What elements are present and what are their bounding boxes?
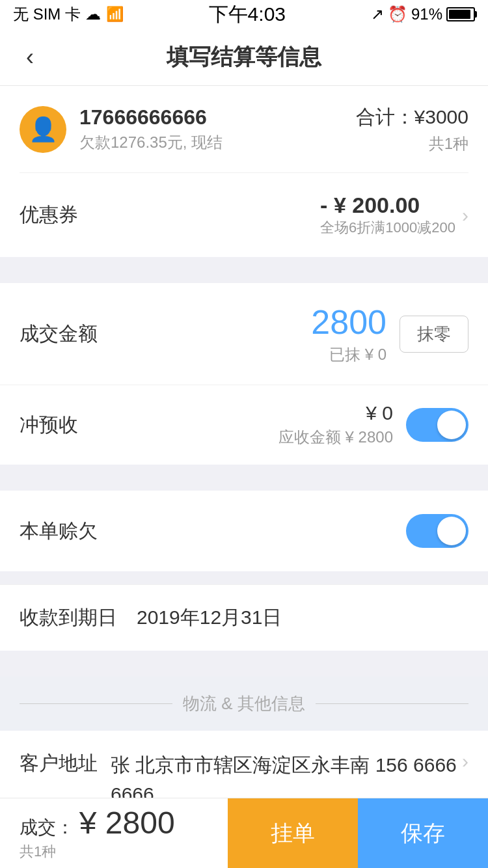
customer-phone: 17666666666 (79, 105, 223, 129)
total-count: 共1种 (356, 133, 468, 154)
avatar: 👤 (20, 106, 66, 153)
wifi-icon: 📶 (106, 6, 124, 23)
coupon-row[interactable]: 优惠券 - ¥ 200.00 全场6折满1000减200 › (0, 173, 488, 257)
alarm-icon: ⏰ (388, 5, 407, 23)
customer-subtext: 欠款1276.35元, 现结 (79, 132, 223, 153)
section-gap-1 (0, 270, 488, 283)
location-icon: ↗ (371, 5, 384, 23)
bottom-summary-line1: 成交： ¥ 2800 (20, 805, 208, 841)
pending-button[interactable]: 挂单 (228, 798, 358, 869)
coupon-desc: 全场6折满1000减200 (320, 218, 455, 237)
bottom-total-amount: ¥ 2800 (79, 806, 175, 840)
credit-card: 本单赊欠 (0, 491, 488, 571)
customer-right: 合计：¥3000 共1种 (356, 104, 468, 154)
chevron-right-icon: › (462, 204, 468, 226)
address-label: 客户地址 (20, 750, 98, 777)
due-date-label: 收款到期日 (20, 604, 117, 631)
deal-right: 2800 已抹 ¥ 0 抹零 (311, 303, 468, 365)
due-date-value: 2019年12月31日 (137, 604, 282, 631)
coupon-right: - ¥ 200.00 全场6折满1000减200 › (320, 193, 468, 237)
total-amount: 合计：¥3000 (356, 104, 468, 131)
bottom-bar: 成交： ¥ 2800 共1种 挂单 保存 (0, 798, 488, 868)
customer-card: 👤 17666666666 欠款1276.35元, 现结 合计：¥3000 共1… (0, 86, 488, 257)
header: ‹ 填写结算等信息 (0, 29, 488, 86)
prepaid-toggle[interactable] (406, 408, 468, 442)
bottom-count: 共1种 (20, 842, 208, 861)
due-date-card: 收款到期日 2019年12月31日 (0, 585, 488, 651)
toggle-circle (437, 411, 466, 439)
credit-toggle-circle (437, 517, 466, 545)
page-title: 填写结算等信息 (167, 42, 321, 72)
prepaid-amount: ¥ 0 (366, 402, 393, 424)
section-gap-3 (0, 664, 488, 677)
avatar-icon: 👤 (29, 116, 58, 143)
credit-label: 本单赊欠 (20, 518, 98, 545)
line-left (20, 703, 172, 704)
prepaid-sub: 应收金额 ¥ 2800 (278, 427, 393, 448)
line-right (316, 703, 468, 704)
round-button[interactable]: 抹零 (400, 316, 468, 353)
bottom-total-label: 成交： (20, 817, 74, 837)
status-time: 下午4:03 (209, 1, 286, 28)
battery-icon (446, 7, 475, 21)
deal-label: 成交金额 (20, 321, 98, 347)
bottom-summary: 成交： ¥ 2800 共1种 (0, 805, 228, 861)
status-left: 无 SIM 卡 ☁ 📶 (13, 4, 124, 25)
credit-row: 本单赊欠 (0, 491, 488, 571)
prepaid-row: 冲预收 ¥ 0 应收金额 ¥ 2800 (0, 385, 488, 465)
status-bar: 无 SIM 卡 ☁ 📶 下午4:03 ↗ ⏰ 91% (0, 0, 488, 29)
back-button[interactable]: ‹ (20, 37, 40, 77)
logistics-label: 物流 & 其他信息 (183, 692, 305, 715)
coupon-label: 优惠券 (20, 202, 78, 228)
address-chevron-icon: › (462, 750, 468, 772)
save-button[interactable]: 保存 (358, 798, 488, 869)
logistics-section: 物流 & 其他信息 (0, 677, 488, 731)
section-gap-2 (0, 478, 488, 491)
prepaid-label: 冲预收 (20, 412, 78, 439)
content-area: 👤 17666666666 欠款1276.35元, 现结 合计：¥3000 共1… (0, 86, 488, 868)
battery-percent: 91% (411, 5, 442, 23)
due-date-row: 收款到期日 2019年12月31日 (0, 585, 488, 651)
deal-row: 成交金额 2800 已抹 ¥ 0 抹零 (0, 283, 488, 385)
credit-toggle[interactable] (406, 514, 468, 548)
sim-label: 无 SIM 卡 ☁ (13, 4, 101, 25)
customer-row: 👤 17666666666 欠款1276.35元, 现结 合计：¥3000 共1… (0, 86, 488, 172)
deal-value: 2800 (311, 303, 386, 342)
customer-left: 👤 17666666666 欠款1276.35元, 现结 (20, 105, 223, 153)
prepaid-right: ¥ 0 应收金额 ¥ 2800 (278, 402, 393, 448)
deal-card: 成交金额 2800 已抹 ¥ 0 抹零 冲预收 ¥ 0 应收金额 ¥ 2800 (0, 283, 488, 465)
customer-info: 17666666666 欠款1276.35元, 现结 (79, 105, 223, 153)
deal-sub: 已抹 ¥ 0 (311, 344, 386, 365)
coupon-amount: - ¥ 200.00 (320, 193, 455, 218)
status-right: ↗ ⏰ 91% (371, 5, 475, 23)
